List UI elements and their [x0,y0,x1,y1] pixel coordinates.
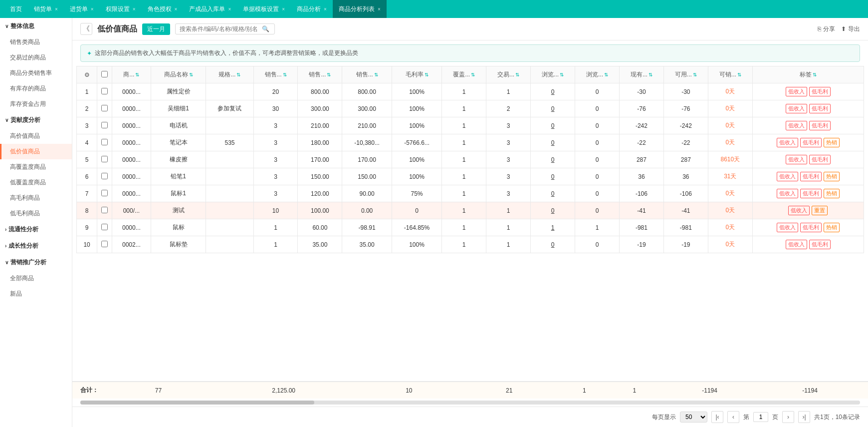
view1-value[interactable]: 0 [551,122,555,129]
row-view1[interactable]: 0 [531,202,575,219]
nav-product-analysis[interactable]: 商品分析 × [291,0,333,18]
row-view1[interactable]: 0 [531,100,575,117]
sidebar-item-inventory-capital[interactable]: 库存资金占用 [0,96,72,112]
tags-col-header[interactable]: 标签⇅ [752,66,864,83]
sidebar-section-marketing[interactable]: ∨ 营销推广分析 [0,254,72,271]
stock2-col-header[interactable]: 可用...⇅ [663,66,708,83]
nav-permission[interactable]: 权限设置 × [100,0,142,18]
row-checkbox[interactable] [101,224,108,230]
row-checkbox-cell[interactable] [97,100,112,117]
sidebar-item-new-products[interactable]: 新品 [0,286,72,302]
sidebar-item-all-products[interactable]: 全部商品 [0,271,72,286]
view1-value[interactable]: 0 [551,173,555,180]
select-all-checkbox[interactable] [101,71,108,77]
row-checkbox[interactable] [101,207,108,213]
sidebar-item-stocked-products[interactable]: 有库存的商品 [0,81,72,96]
view1-value[interactable]: 0 [551,88,555,95]
nav-role-auth[interactable]: 角色授权 × [142,0,184,18]
row-view1[interactable]: 0 [531,168,575,185]
nav-home[interactable]: 首页 [4,0,28,18]
view1-value[interactable]: 1 [551,224,555,231]
view1-value[interactable]: 0 [551,207,555,214]
share-button[interactable]: ⎘ 分享 [818,25,835,33]
nav-product-analysis-list[interactable]: 商品分析列表 × [333,0,387,18]
scroll-thumb[interactable] [80,401,314,405]
sidebar-item-category-sales-rate[interactable]: 商品分类销售率 [0,65,72,81]
sidebar-item-low-margin[interactable]: 低毛利商品 [0,206,72,221]
row-checkbox[interactable] [101,173,108,179]
row-view1[interactable]: 0 [531,151,575,168]
sidebar-item-high-coverage[interactable]: 高覆盖度商品 [0,159,72,175]
nav-close-icon[interactable]: × [378,6,381,12]
row-checkbox-cell[interactable] [97,236,112,253]
row-checkbox[interactable] [101,139,108,145]
view1-value[interactable]: 0 [551,105,555,112]
first-page-button[interactable]: |‹ [711,411,723,423]
view1-value[interactable]: 0 [551,139,555,146]
row-checkbox-cell[interactable] [97,83,112,100]
row-view1[interactable]: 0 [531,83,575,100]
trade-col-header[interactable]: 交易...⇅ [486,66,531,83]
next-page-button[interactable]: › [782,411,794,423]
horizontal-scrollbar[interactable] [80,401,860,405]
nav-template[interactable]: 单据模板设置 × [237,0,291,18]
sidebar-item-low-value[interactable]: 低价值商品 [0,144,72,159]
row-view1[interactable]: 1 [531,219,575,236]
nav-close-icon[interactable]: × [324,6,327,12]
nav-close-icon[interactable]: × [175,6,178,12]
row-checkbox-cell[interactable] [97,185,112,202]
export-button[interactable]: ⬆ 导出 [841,25,860,33]
sidebar-section-contribution[interactable]: ∨ 贡献度分析 [0,112,72,128]
view2-col-header[interactable]: 浏览...⇅ [575,66,620,83]
checkbox-col-header[interactable] [97,66,112,83]
search-box[interactable]: 🔍 [175,23,275,34]
collapse-sidebar-button[interactable]: 《 [80,23,92,35]
row-checkbox-cell[interactable] [97,117,112,134]
sidebar-section-growth[interactable]: › 成长性分析 [0,238,72,254]
cover-col-header[interactable]: 覆盖...⇅ [442,66,486,83]
nav-close-icon[interactable]: × [55,6,58,12]
last-page-button[interactable]: ›| [798,411,810,423]
row-checkbox[interactable] [101,241,108,247]
sidebar-item-traded-products[interactable]: 交易过的商品 [0,50,72,65]
row-view1[interactable]: 0 [531,236,575,253]
row-view1[interactable]: 0 [531,185,575,202]
row-checkbox[interactable] [101,88,108,94]
row-checkbox-cell[interactable] [97,168,112,185]
sidebar-item-high-margin[interactable]: 高毛利商品 [0,190,72,206]
view1-value[interactable]: 0 [551,156,555,163]
row-checkbox-cell[interactable] [97,151,112,168]
stock1-col-header[interactable]: 现有...⇅ [619,66,663,83]
sidebar-section-general[interactable]: ∨ 整体信息 [0,18,72,34]
search-icon[interactable]: 🔍 [262,25,269,32]
nav-close-icon[interactable]: × [133,6,136,12]
row-checkbox[interactable] [101,105,108,111]
sale1-col-header[interactable]: 销售...⇅ [253,66,298,83]
sidebar-item-low-coverage[interactable]: 低覆盖度商品 [0,175,72,190]
nav-product-stock[interactable]: 产成品入库单 × [183,0,237,18]
sale3-col-header[interactable]: 销售...⇅ [342,66,392,83]
nav-close-icon[interactable]: × [228,6,231,12]
view1-value[interactable]: 0 [551,190,555,197]
sidebar-item-high-value[interactable]: 高价值商品 [0,128,72,144]
stock3-col-header[interactable]: 可销...⇅ [708,66,752,83]
row-checkbox-cell[interactable] [97,134,112,151]
row-checkbox[interactable] [101,122,108,128]
row-view1[interactable]: 0 [531,117,575,134]
sidebar-section-circulation[interactable]: › 流通性分析 [0,221,72,238]
prev-page-button[interactable]: ‹ [727,411,739,423]
row-checkbox[interactable] [101,190,108,196]
page-size-select[interactable]: 50 100 200 [680,412,707,423]
settings-col-header[interactable]: ⚙ [77,66,97,83]
spec-col-header[interactable]: 规格...⇅ [206,66,253,83]
code-col-header[interactable]: 商...⇅ [112,66,151,83]
nav-close-icon[interactable]: × [282,6,285,12]
row-checkbox[interactable] [101,156,108,162]
sale2-col-header[interactable]: 销售...⇅ [298,66,342,83]
nav-purchase-order[interactable]: 进货单 × [64,0,100,18]
view1-col-header[interactable]: 浏览...⇅ [531,66,575,83]
search-input[interactable] [180,25,259,32]
gross-col-header[interactable]: 毛利率⇅ [392,66,441,83]
nav-sales-order[interactable]: 销货单 × [28,0,64,18]
time-filter-button[interactable]: 近一月 [142,23,170,35]
